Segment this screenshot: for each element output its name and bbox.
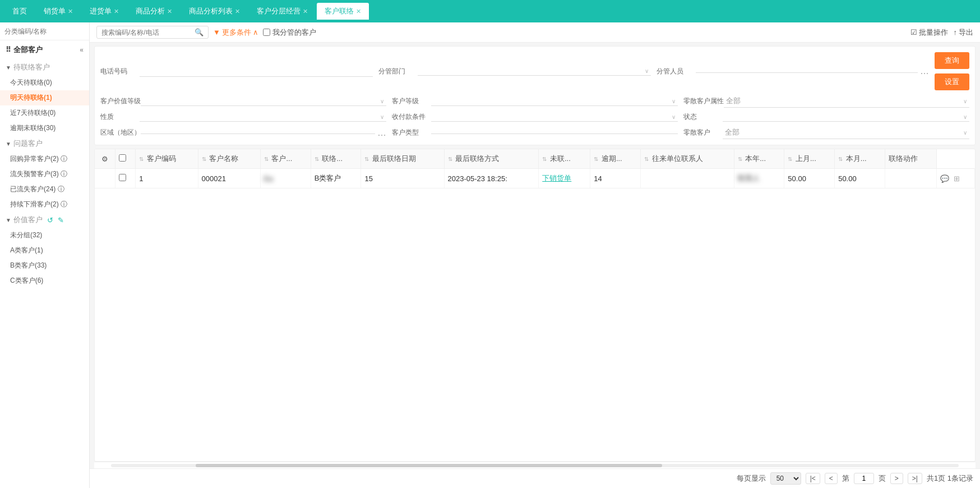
toolbar-search-icon[interactable]: 🔍 [195,28,204,36]
my-customers-label: 我分管的客户 [272,27,316,38]
nav-home[interactable]: 首页 [4,3,35,20]
page-suffix: 页 [879,473,886,484]
filter-region-dots-icon[interactable]: … [377,128,386,138]
sidebar-item-churn-warning[interactable]: 流失预警客户(3) ⓘ [0,167,89,182]
sidebar-all-customers[interactable]: ⠿全部客户 « [0,40,89,59]
sidebar-item-7days[interactable]: 近7天待联络(0) [0,105,89,121]
filter-dept-label: 分管部门 [378,67,418,76]
sidebar-group-value-edit-icon[interactable]: ✎ [58,216,64,224]
nav-sales[interactable]: 销货单 ✕ [36,3,81,20]
sidebar-search-input[interactable] [4,27,89,35]
toolbar-search-input[interactable] [101,29,192,36]
row-checkbox[interactable] [119,174,126,181]
nav-customer-tier[interactable]: 客户分层经营 ✕ [249,3,316,20]
sidebar-item-repurchase-anomaly[interactable]: 回购异常客户(2) ⓘ [0,151,89,167]
sidebar-item-ungrouped[interactable]: 未分组(32) [0,228,89,243]
filter-customer-level-select[interactable]: ∨ [431,97,678,106]
select-all-checkbox[interactable] [119,154,126,162]
horizontal-scrollbar[interactable] [94,462,976,468]
filter-manager: 分管人员 … [657,66,929,76]
sidebar-group-problem: ▼ 问题客户 [0,136,89,151]
col-action-label: 联络动作 [889,154,918,163]
sidebar-item-today[interactable]: 今天待联络(0) [0,75,89,90]
sidebar-item-declining[interactable]: 持续下滑客户(2) ⓘ [0,197,89,212]
col-unit-contact-label: 往来单位联系人 [652,154,703,163]
page-first-button[interactable]: |< [806,473,820,484]
sidebar-item-churned[interactable]: 已流失客户(24) ⓘ [0,182,89,197]
row-overdue-cell [641,169,734,188]
nav-purchase-close-icon[interactable]: ✕ [114,8,119,15]
export-button[interactable]: ↑ 导出 [954,27,974,38]
filter-dept: 分管部门 ∨ [378,67,651,76]
col-name-sort-icon: ⇅ [202,156,206,162]
filter-customer-type-label: 客户类型 [392,128,431,137]
col-overdue-sort-icon: ⇅ [594,156,598,162]
sidebar-group-pending-triangle: ▼ [6,65,11,71]
query-button[interactable]: 查询 [935,52,969,69]
reset-button[interactable]: 设置 [935,73,969,90]
page-number-input[interactable] [854,473,874,484]
filter-region-select[interactable] [141,131,375,134]
nav-customer-tier-close-icon[interactable]: ✕ [303,8,308,15]
filter-arrow-icon: ∧ [253,28,258,36]
page-prev-button[interactable]: < [825,473,838,484]
col-last-contact-date: ⇅ 最后联络日期 [361,149,444,169]
page-next-button[interactable]: > [890,473,903,484]
sidebar-group-value-label: 价值客户 [13,215,43,225]
filter-status-select[interactable]: ∨ [723,113,969,122]
filter-retail-customer-select[interactable]: 全部 ∨ [723,126,969,139]
filter-manager-dots-icon[interactable]: … [920,66,929,76]
col-contact-count-label: 联络... [322,154,343,163]
nav-goods-analysis-close-icon[interactable]: ✕ [167,8,172,15]
checkbox-icon: ☑ [910,28,917,36]
sidebar-item-overdue[interactable]: 逾期未联络(30) [0,121,89,136]
nav-goods-analysis-list[interactable]: 商品分析列表 ✕ [181,3,248,20]
filter-manager-select[interactable] [696,70,918,73]
filter-manager-label: 分管人员 [657,67,696,76]
filter-customer-type-select[interactable] [431,131,678,134]
col-uncontacted-label: 未联... [550,154,571,163]
sidebar-item-class-b[interactable]: B类客户(33) [0,258,89,273]
col-contact-count-sort-icon: ⇅ [315,156,319,162]
scrollbar-thumb[interactable] [196,464,662,467]
col-this-month-label: 本月... [846,154,867,163]
page-label: 第 [842,473,849,484]
nav-goods-analysis-label: 商品分析 [136,6,165,16]
filter-retail-attr-select[interactable]: 全部 ∨ [724,95,969,108]
filter-gender-select[interactable]: ∨ [140,113,386,122]
gear-icon[interactable]: ⚙ [101,155,108,163]
filter-payment-select[interactable]: ∨ [431,113,678,122]
page-last-button[interactable]: >| [908,473,922,484]
row-action-grid-icon[interactable]: ⊞ [954,174,960,183]
batch-op-button[interactable]: ☑ 批量操作 [910,27,948,38]
filter-customer-value-select[interactable]: ∨ [141,97,386,106]
col-type-sort-icon: ⇅ [264,156,269,162]
row-action-comment-icon[interactable]: 💬 [940,174,949,183]
sidebar-item-class-a[interactable]: A类客户(1) [0,243,89,258]
col-code-sort-icon: ⇅ [139,156,144,162]
filter-customer-level-arrow-icon: ∨ [672,98,676,104]
sidebar-collapse-icon[interactable]: « [80,46,84,54]
sidebar-group-pending-label: 待联络客户 [13,62,50,72]
per-page-select[interactable]: 50 100 200 [770,472,801,485]
col-last-month-sort-icon: ⇅ [788,156,792,162]
nav-customer-contact[interactable]: 客户联络 ✕ [317,3,369,20]
nav-sales-close-icon[interactable]: ✕ [68,8,73,15]
nav-purchase[interactable]: 进货单 ✕ [82,3,127,20]
nav-goods-analysis-list-close-icon[interactable]: ✕ [235,8,240,15]
sidebar-group-value-refresh-icon[interactable]: ↺ [47,216,53,224]
row-last-month-cell: 50.00 [835,169,885,188]
row-last-method-link[interactable]: 下销货单 [542,174,571,182]
sidebar-item-tomorrow[interactable]: 明天待联络(1) [0,90,89,105]
customer-table-wrapper: ⚙ ⇅ 客户编码 ⇅ 客户名称 [94,149,976,462]
filter-customer-value: 客户价值等级 ∨ [100,96,386,106]
filter-dept-select[interactable]: ∨ [418,67,651,76]
filter-retail-attr-val: 全部 [726,96,961,106]
more-filter-button[interactable]: ▼ 更多条件 ∧ [213,27,258,38]
nav-customer-contact-close-icon[interactable]: ✕ [356,8,361,15]
nav-goods-analysis[interactable]: 商品分析 ✕ [128,3,180,20]
my-customers-checkbox-label[interactable]: 我分管的客户 [263,27,316,38]
filter-phone-input[interactable] [140,66,373,77]
sidebar-item-class-c[interactable]: C类客户(6) [0,273,89,288]
my-customers-checkbox[interactable] [263,29,270,36]
